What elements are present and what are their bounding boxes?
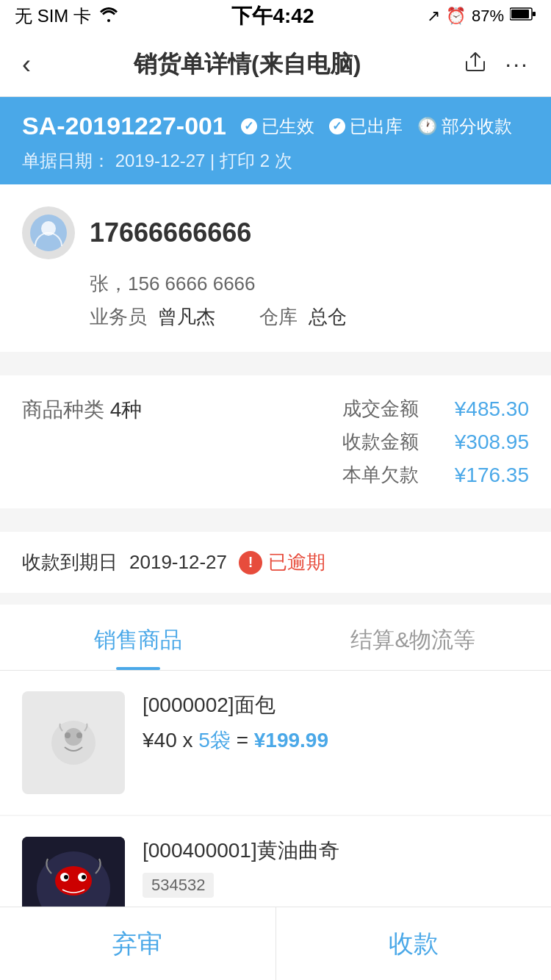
- alarm-icon: ⏰: [446, 7, 466, 26]
- share-icon[interactable]: [464, 50, 487, 79]
- customer-name: 17666666666: [90, 217, 251, 248]
- svg-point-7: [76, 732, 82, 738]
- location-icon: ↗: [427, 7, 440, 26]
- divider-1: [0, 352, 551, 364]
- received-value: ¥308.95: [433, 430, 529, 454]
- svg-point-14: [82, 875, 86, 879]
- product-name-1: [0000002]面包: [143, 691, 529, 719]
- order-date: 2019-12-27: [115, 151, 206, 170]
- cancel-label: 弃审: [112, 927, 162, 961]
- balance-value: ¥176.35: [433, 464, 529, 487]
- stats-grid: 商品种类 4种 成交金额 ¥485.30 收款金额 ¥308.95 本单欠款 ¥…: [22, 396, 529, 488]
- divider-2: [0, 508, 551, 520]
- stats-section: 商品种类 4种 成交金额 ¥485.30 收款金额 ¥308.95 本单欠款 ¥…: [0, 375, 551, 508]
- product-sku-2: 534532: [143, 873, 214, 898]
- sales-person: 曾凡杰: [158, 306, 215, 328]
- bottom-bar: 弃审 收款: [0, 907, 551, 980]
- cancel-button[interactable]: 弃审: [0, 907, 276, 980]
- svg-rect-1: [533, 12, 536, 16]
- status-shipped: ✓ 已出库: [329, 115, 403, 138]
- clock-icon: 🕐: [417, 117, 437, 136]
- due-section: 收款到期日 2019-12-27 ! 已逾期: [0, 532, 551, 593]
- tabs-container: 销售商品 结算&物流等: [0, 605, 551, 671]
- svg-point-13: [64, 875, 68, 879]
- balance-label: 本单欠款: [342, 462, 419, 488]
- status-time: 下午4:42: [231, 2, 314, 30]
- customer-detail: 张，156 6666 6666: [22, 271, 529, 297]
- check-icon-1: ✓: [241, 118, 257, 134]
- back-button[interactable]: ‹: [22, 49, 31, 80]
- status-partial: 🕐 部分收款: [417, 115, 512, 138]
- amount-row: 成交金额 ¥485.30: [342, 396, 529, 422]
- customer-section: 17666666666 张，156 6666 6666 业务员 曾凡杰 仓库 总…: [0, 184, 551, 352]
- overdue-badge: ! 已逾期: [239, 550, 325, 575]
- status-partial-text: 部分收款: [442, 115, 512, 138]
- status-bar-left: 无 SIM 卡: [15, 4, 119, 28]
- sales-label: 业务员: [90, 306, 147, 328]
- nav-bar: ‹ 销货单详情(来自电脑) ···: [0, 32, 551, 97]
- due-date-value: 2019-12-27: [129, 551, 227, 574]
- status-bar-right: ↗ ⏰ 87%: [427, 7, 536, 26]
- svg-rect-2: [511, 10, 529, 18]
- product-types-label: 商品种类: [22, 398, 104, 421]
- status-bar: 无 SIM 卡 下午4:42 ↗ ⏰ 87%: [0, 0, 551, 32]
- status-effective-text: 已生效: [262, 115, 314, 138]
- separator: |: [210, 151, 220, 170]
- order-id: SA-20191227-001: [22, 112, 226, 140]
- overdue-icon: !: [239, 551, 262, 574]
- product-name-text-1: [0000002]面包: [143, 693, 276, 716]
- wifi-icon: [98, 6, 119, 26]
- warehouse-info: 仓库 总仓: [259, 304, 347, 330]
- tab-sales-products[interactable]: 销售商品: [0, 605, 276, 670]
- warehouse-label: 仓库: [259, 306, 298, 328]
- nav-icons: ···: [464, 50, 529, 79]
- customer-meta: 业务员 曾凡杰 仓库 总仓: [22, 304, 529, 330]
- customer-row: 17666666666: [22, 206, 529, 259]
- product-info-1: [0000002]面包 ¥40 x 5袋 = ¥199.99: [143, 691, 529, 754]
- received-label: 收款金额: [342, 429, 419, 455]
- order-header: SA-20191227-001 ✓ 已生效 ✓ 已出库 🕐 部分收款 单据日期：…: [0, 97, 551, 184]
- check-icon-2: ✓: [329, 118, 345, 134]
- confirm-label: 收款: [389, 927, 439, 961]
- received-row: 收款金额 ¥308.95: [342, 429, 529, 455]
- tabs: 销售商品 结算&物流等: [0, 605, 551, 670]
- qty-1: 5袋: [198, 729, 231, 752]
- product-price-1: ¥40 x 5袋 = ¥199.99: [143, 727, 529, 754]
- sales-info: 业务员 曾凡杰: [90, 304, 215, 330]
- stats-left: 商品种类 4种: [22, 396, 142, 424]
- balance-row: 本单欠款 ¥176.35: [342, 462, 529, 488]
- tab-settlement[interactable]: 结算&物流等: [276, 605, 551, 670]
- product-name-2: [000400001]黄油曲奇: [143, 837, 529, 865]
- product-name-text-2: [000400001]黄油曲奇: [143, 839, 339, 862]
- product-placeholder-1: [22, 691, 125, 794]
- total-1: ¥199.99: [254, 729, 328, 752]
- battery-icon: [510, 7, 536, 26]
- carrier-text: 无 SIM 卡: [15, 4, 91, 28]
- avatar-icon: [30, 215, 67, 251]
- battery-text: 87%: [472, 7, 504, 26]
- warehouse: 总仓: [309, 306, 347, 328]
- status-effective: ✓ 已生效: [241, 115, 314, 138]
- svg-point-6: [65, 732, 71, 738]
- due-date-label: 收款到期日: [22, 550, 118, 575]
- overdue-text: 已逾期: [268, 550, 325, 575]
- product-image-1: [22, 691, 125, 794]
- stats-right: 成交金额 ¥485.30 收款金额 ¥308.95 本单欠款 ¥176.35: [342, 396, 529, 488]
- product-types-value: 4种: [110, 398, 143, 421]
- print-info: 打印 2 次: [220, 151, 292, 170]
- status-shipped-text: 已出库: [350, 115, 403, 138]
- confirm-button[interactable]: 收款: [276, 907, 552, 980]
- tab-sales-label: 销售商品: [94, 627, 182, 652]
- price-unit-1: ¥40 x: [143, 729, 198, 752]
- tab-settlement-label: 结算&物流等: [350, 627, 475, 652]
- amount-value: ¥485.30: [433, 397, 529, 421]
- price-eq-1: =: [237, 729, 254, 752]
- amount-label: 成交金额: [342, 396, 419, 422]
- page-title: 销货单详情(来自电脑): [134, 48, 361, 81]
- avatar: [22, 206, 75, 259]
- date-label: 单据日期：: [22, 151, 110, 170]
- more-icon[interactable]: ···: [505, 51, 529, 78]
- order-date-row: 单据日期： 2019-12-27 | 打印 2 次: [22, 149, 529, 173]
- list-item: [0000002]面包 ¥40 x 5袋 = ¥199.99: [0, 671, 551, 815]
